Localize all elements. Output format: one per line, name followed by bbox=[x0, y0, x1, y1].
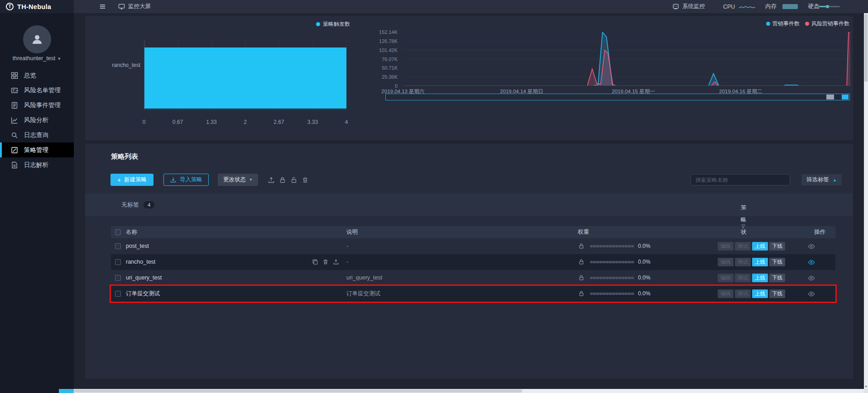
weight-value: 0.0% bbox=[638, 270, 650, 286]
monitor-screen-link[interactable]: 监控大屏 bbox=[118, 0, 151, 13]
sidebar-item-log-query[interactable]: 日志查询 bbox=[0, 128, 74, 142]
online-button[interactable]: 上线 bbox=[752, 258, 768, 266]
sidebar-item-overview[interactable]: 总览 bbox=[0, 68, 74, 83]
logo-text: TH-Nebula bbox=[17, 3, 51, 10]
copy-icon[interactable] bbox=[312, 259, 318, 265]
policy-name: 订单提交测试 bbox=[126, 286, 160, 302]
legend-item[interactable]: 风险营销事件数 bbox=[805, 20, 849, 28]
scroll-down-arrow[interactable]: ▼ bbox=[864, 384, 868, 389]
import-policy-label: 导入策略 bbox=[180, 176, 202, 184]
table-row[interactable]: rancho_test - 0.0% 编辑测试上线下线 bbox=[111, 254, 835, 270]
weight-value: 0.0% bbox=[638, 238, 650, 254]
sidebar-item-risk-analysis[interactable]: 风险分析 bbox=[0, 113, 74, 128]
export-icon[interactable] bbox=[333, 259, 339, 265]
weight-slider[interactable] bbox=[590, 245, 634, 247]
policy-description: - bbox=[346, 238, 348, 254]
person-icon bbox=[30, 33, 44, 46]
filter-funnel-icon[interactable] bbox=[741, 224, 746, 229]
panel-title: 策略列表 bbox=[111, 152, 138, 161]
avatar[interactable] bbox=[23, 25, 51, 53]
scrollbar-corner bbox=[864, 389, 868, 393]
offline-button[interactable]: 下线 bbox=[769, 242, 785, 251]
system-monitor-icon bbox=[672, 3, 679, 10]
x-tick-label: 4 bbox=[345, 119, 348, 125]
cpu-label: CPU bbox=[723, 0, 735, 13]
table-header: 名称 说明 权重 策略状态 操作 bbox=[111, 226, 835, 238]
x-tick-label: 1.33 bbox=[206, 119, 216, 125]
edit-button[interactable]: 编辑 bbox=[718, 274, 734, 282]
x-tick-label: 2 bbox=[244, 119, 247, 125]
datazoom-window[interactable] bbox=[826, 95, 834, 99]
chevron-up-icon: ▲ bbox=[833, 178, 837, 182]
delete-icon[interactable] bbox=[302, 176, 309, 184]
table-row[interactable]: 订单提交测试 订单提交测试 0.0% 编辑测试上线下线 bbox=[111, 286, 835, 302]
offline-button[interactable]: 下线 bbox=[769, 274, 785, 282]
online-button[interactable]: 上线 bbox=[752, 289, 768, 298]
table-row[interactable]: post_test - 0.0% 编辑测试上线下线 bbox=[111, 238, 835, 254]
change-status-button[interactable]: 更改状态 ▼ bbox=[218, 174, 258, 186]
row-checkbox[interactable] bbox=[115, 259, 121, 265]
change-status-label: 更改状态 bbox=[223, 176, 246, 184]
policy-search bbox=[691, 174, 790, 185]
search-input[interactable] bbox=[691, 175, 790, 185]
edit-button[interactable]: 编辑 bbox=[718, 242, 734, 251]
online-button[interactable]: 上线 bbox=[752, 242, 768, 251]
row-buttons: 编辑测试上线下线 bbox=[718, 289, 785, 298]
tag-no-label[interactable]: 无标签 bbox=[121, 201, 139, 209]
vertical-scrollbar[interactable]: ▼ bbox=[864, 13, 868, 389]
offline-button[interactable]: 下线 bbox=[769, 258, 785, 266]
sidebar-item-label: 总览 bbox=[24, 71, 36, 80]
row-checkbox[interactable] bbox=[115, 291, 121, 297]
system-monitor-link[interactable]: 系统监控 bbox=[672, 0, 705, 13]
filter-tags-toggle[interactable]: 筛选标签 ▲ bbox=[801, 174, 842, 185]
y-tick-label: 126.78K bbox=[379, 38, 398, 44]
sidebar-item-risk-list[interactable]: 风险名单管理 bbox=[0, 83, 74, 98]
unlock-icon[interactable] bbox=[290, 176, 297, 184]
test-button[interactable]: 测试 bbox=[735, 289, 751, 298]
view-icon[interactable] bbox=[808, 243, 815, 250]
x-tick-label: 3.33 bbox=[307, 119, 318, 125]
legend-label: 营销事件数 bbox=[772, 20, 800, 28]
test-button[interactable]: 测试 bbox=[735, 242, 751, 251]
menu-toggle-icon[interactable] bbox=[99, 0, 106, 13]
user-menu[interactable]: threathunter_test▼ bbox=[0, 55, 74, 62]
weight-slider[interactable] bbox=[590, 277, 634, 279]
weight-slider[interactable] bbox=[590, 261, 634, 263]
import-policy-button[interactable]: 导入策略 bbox=[163, 174, 209, 186]
datazoom-handle[interactable] bbox=[842, 95, 849, 99]
export-icon[interactable] bbox=[268, 176, 275, 184]
row-checkbox[interactable] bbox=[115, 275, 121, 281]
sidebar-item-policy-management[interactable]: 策略管理 bbox=[0, 142, 74, 157]
select-all-checkbox[interactable] bbox=[115, 229, 121, 235]
horizontal-scrollbar-thumb[interactable] bbox=[74, 389, 522, 393]
sidebar-item-risk-event[interactable]: 风险事件管理 bbox=[0, 98, 74, 113]
view-icon[interactable] bbox=[808, 259, 815, 266]
legend-item[interactable]: 营销事件数 bbox=[766, 20, 800, 28]
tag-count-badge: 4 bbox=[144, 201, 154, 208]
test-button[interactable]: 测试 bbox=[735, 274, 751, 282]
view-icon[interactable] bbox=[808, 290, 815, 298]
x-tick-label: 0.67 bbox=[173, 119, 183, 125]
view-icon[interactable] bbox=[808, 275, 815, 282]
horizontal-scrollbar[interactable] bbox=[74, 389, 864, 393]
new-policy-button[interactable]: + 新建策略 bbox=[110, 174, 153, 186]
bar-chart-legend[interactable]: 策略触发数 bbox=[316, 20, 350, 28]
delete-icon[interactable] bbox=[322, 259, 329, 265]
lock-icon[interactable] bbox=[279, 176, 286, 184]
row-buttons: 编辑测试上线下线 bbox=[718, 258, 785, 266]
row-inline-actions bbox=[312, 259, 339, 265]
vertical-scrollbar-thumb[interactable] bbox=[864, 14, 868, 82]
row-checkbox[interactable] bbox=[115, 243, 121, 249]
bar-rancho_test[interactable] bbox=[144, 47, 346, 109]
table-row[interactable]: uri_query_test uri_query_test 0.0% 编辑测试上… bbox=[111, 270, 835, 286]
disk-label: 硬盘 bbox=[808, 0, 820, 13]
edit-button[interactable]: 编辑 bbox=[718, 289, 734, 298]
sidebar: T TH-Nebula threathunter_test▼ 总览风险名单管理风… bbox=[0, 0, 74, 393]
online-button[interactable]: 上线 bbox=[752, 274, 768, 282]
weight-slider[interactable] bbox=[590, 293, 634, 295]
edit-button[interactable]: 编辑 bbox=[718, 258, 734, 266]
test-button[interactable]: 测试 bbox=[735, 258, 751, 266]
chart-datazoom-slider[interactable] bbox=[385, 94, 850, 100]
sidebar-item-log-parse[interactable]: 日志解析 bbox=[0, 157, 74, 172]
offline-button[interactable]: 下线 bbox=[769, 289, 785, 298]
